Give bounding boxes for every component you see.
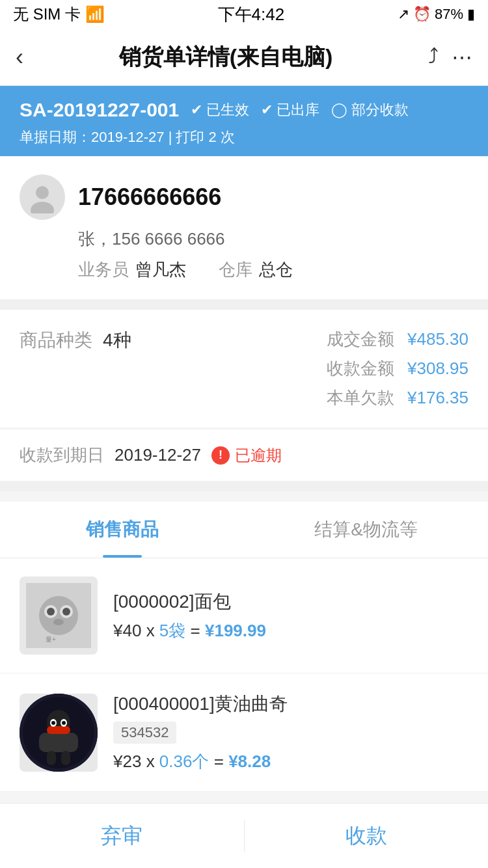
product-name-1: [0000002]面包 (113, 590, 468, 614)
divider-1 (0, 299, 488, 310)
received-amount-line: 收款金额 ¥308.95 (327, 357, 468, 380)
amount-stats: 成交金额 ¥485.30 收款金额 ¥308.95 本单欠款 ¥176.35 (327, 328, 468, 409)
customer-sub: 张，156 6666 6666 (78, 228, 468, 251)
badge-partial: ◯ 部分收款 (331, 100, 409, 120)
overdue-badge: ! 已逾期 (211, 445, 282, 466)
warehouse-label: 仓库 (219, 258, 252, 281)
badge-effective: ✔ 已生效 (191, 100, 249, 120)
status-right: ↗ ⏰ 87% ▮ (398, 6, 475, 23)
svg-rect-14 (47, 726, 70, 734)
tabs-row: 销售商品 结算&物流等 (0, 502, 488, 558)
status-bar: 无 SIM 卡 📶 下午4:42 ↗ ⏰ 87% ▮ (0, 0, 488, 29)
back-button[interactable]: ‹ (16, 44, 23, 71)
check-icon-2: ✔ (261, 102, 273, 118)
product-price-1: ¥40 x 5袋 = ¥199.99 (113, 619, 468, 642)
product-tag-2: 534532 (113, 722, 176, 744)
product-qty-1: 5袋 (159, 621, 185, 640)
customer-meta: 业务员 曾凡杰 仓库 总仓 (78, 258, 468, 281)
debt-label: 本单欠款 (327, 387, 394, 409)
clock-icon: ◯ (331, 102, 347, 118)
alarm-icon: ⏰ (413, 6, 431, 23)
tab-sales-products[interactable]: 销售商品 (0, 502, 244, 558)
customer-avatar (20, 174, 65, 220)
more-button[interactable]: ⋯ (452, 45, 472, 70)
product-qty-2: 0.36个 (159, 752, 210, 771)
due-date: 2019-12-27 (115, 445, 201, 465)
list-item: 量+ [0000002]面包 ¥40 x 5袋 = ¥199.99 (0, 558, 488, 673)
deal-amount-label: 成交金额 (327, 328, 394, 351)
svg-point-0 (36, 186, 49, 199)
product-list: 量+ [0000002]面包 ¥40 x 5袋 = ¥199.99 (0, 558, 488, 792)
product-image-2 (20, 694, 98, 772)
warehouse-value: 总仓 (259, 258, 293, 281)
product-thumb-1: 量+ (20, 576, 98, 655)
nav-actions: ⤴ ⋯ (428, 45, 472, 70)
header-banner: SA-20191227-001 ✔ 已生效 ✔ 已出库 ◯ 部分收款 单据日期：… (0, 86, 488, 156)
product-price-2: ¥23 x 0.36个 = ¥8.28 (113, 750, 468, 773)
product-type-value: 4种 (103, 328, 131, 353)
svg-point-1 (31, 202, 54, 213)
status-time: 下午4:42 (218, 3, 285, 26)
product-info-2: [000400001]黄油曲奇 534532 ¥23 x 0.36个 = ¥8.… (113, 692, 468, 773)
bottom-bar: 弃审 收款 (0, 803, 488, 868)
due-label: 收款到期日 (20, 444, 104, 467)
product-name-2: [000400001]黄油曲奇 (113, 692, 468, 716)
svg-text:量+: 量+ (46, 636, 56, 643)
overdue-icon: ! (211, 446, 230, 465)
tab-settlement[interactable]: 结算&物流等 (244, 502, 488, 558)
svg-point-17 (51, 721, 55, 725)
deal-amount-line: 成交金额 ¥485.30 (327, 328, 468, 351)
warehouse-item: 仓库 总仓 (219, 258, 293, 281)
debt-value: ¥176.35 (407, 388, 468, 408)
list-item: [000400001]黄油曲奇 534532 ¥23 x 0.36个 = ¥8.… (0, 673, 488, 792)
customer-section: 17666666666 张，156 6666 6666 业务员 曾凡杰 仓库 总… (0, 156, 488, 299)
deal-amount-value: ¥485.30 (407, 329, 468, 349)
nav-bar: ‹ 销货单详情(来自电脑) ⤴ ⋯ (0, 29, 488, 86)
product-total-1: ¥199.99 (205, 621, 266, 640)
salesperson-label: 业务员 (78, 258, 129, 281)
confirm-button[interactable]: 收款 (245, 822, 489, 850)
product-thumb-2 (20, 694, 98, 772)
product-info-1: [0000002]面包 ¥40 x 5袋 = ¥199.99 (113, 590, 468, 642)
svg-rect-13 (39, 733, 78, 752)
svg-point-3 (39, 596, 78, 635)
due-section: 收款到期日 2019-12-27 ! 已逾期 (0, 429, 488, 481)
svg-point-6 (47, 608, 55, 616)
check-icon: ✔ (191, 102, 202, 118)
svg-point-7 (62, 608, 70, 616)
order-date: 单据日期：2019-12-27 | 打印 2 次 (20, 129, 235, 145)
received-value: ¥308.95 (407, 359, 468, 379)
overdue-text: 已逾期 (235, 445, 282, 466)
stats-section: 商品种类 4种 成交金额 ¥485.30 收款金额 ¥308.95 本单欠款 ¥… (0, 310, 488, 427)
salesperson-value: 曾凡杰 (135, 258, 186, 281)
svg-point-8 (53, 619, 64, 625)
badge-shipped: ✔ 已出库 (261, 100, 319, 120)
product-type-label: 商品种类 (20, 328, 92, 353)
order-id: SA-20191227-001 (20, 99, 179, 121)
cancel-button[interactable]: 弃审 (0, 822, 244, 850)
svg-point-18 (62, 721, 66, 725)
svg-rect-19 (47, 751, 56, 765)
tabs-section: 销售商品 结算&物流等 量+ (0, 502, 488, 792)
divider-2 (0, 481, 488, 491)
share-button[interactable]: ⤴ (428, 45, 439, 69)
product-total-2: ¥8.28 (228, 752, 271, 771)
salesperson-item: 业务员 曾凡杰 (78, 258, 186, 281)
svg-rect-20 (61, 751, 70, 765)
debt-amount-line: 本单欠款 ¥176.35 (327, 387, 468, 409)
status-left: 无 SIM 卡 📶 (13, 4, 105, 25)
customer-phone: 17666666666 (78, 183, 221, 211)
gps-icon: ↗ (398, 6, 409, 23)
battery-level: 87% (435, 6, 463, 23)
battery-icon: ▮ (467, 6, 475, 23)
received-label: 收款金额 (327, 357, 394, 380)
page-title: 销货单详情(来自电脑) (119, 42, 333, 72)
product-type-stat: 商品种类 4种 (20, 328, 131, 353)
